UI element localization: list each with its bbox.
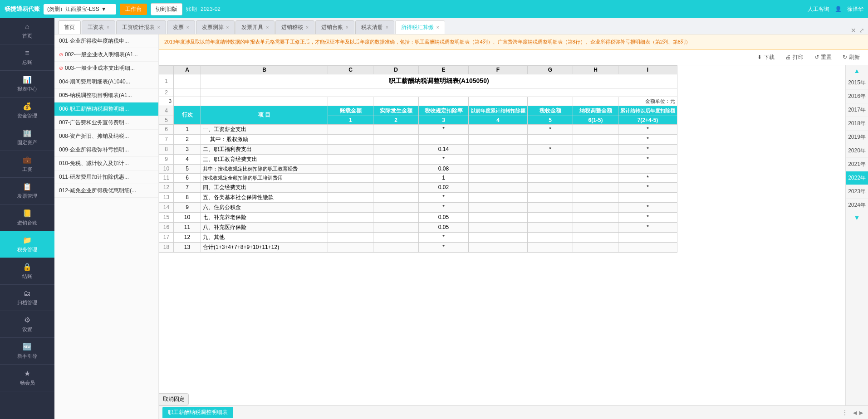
col-a-header: 行次 [174, 106, 201, 124]
tab-close-payroll-report[interactable]: × [157, 25, 160, 30]
table-title: 职工薪酬纳税调整明细表(A105050) [201, 74, 677, 88]
sheet-scroll-left-icon[interactable]: ◄ [852, 409, 858, 416]
sidebar-item-new-guide[interactable]: 🆕 新手引导 [0, 338, 54, 365]
tab-tax-clear[interactable]: 税表清册 × [355, 20, 394, 34]
sidebar-item-payroll[interactable]: 💼 工资 [0, 151, 54, 178]
tab-close-invoice-open[interactable]: × [266, 25, 269, 30]
tab-sales-ledger[interactable]: 进销台账 × [315, 20, 354, 34]
tab-close-invoice-calc[interactable]: × [226, 25, 229, 30]
empty-row-2: 2 [159, 88, 677, 97]
year-2015[interactable]: 2015年 [846, 76, 868, 90]
user-avatar: 👤 [835, 6, 842, 12]
col-header-rownum [159, 65, 174, 74]
year-2018[interactable]: 2018年 [846, 117, 868, 131]
warning-bar: 2019年度涉及取以前年度结转数据的申报表单元格需要手工修正后，才能保证本年及以… [159, 34, 868, 50]
year-2021[interactable]: 2021年 [846, 158, 868, 171]
table-row: 9 4 三、职工教育经费支出 * [159, 154, 677, 164]
tab-close-payroll[interactable]: × [107, 25, 109, 30]
print-button[interactable]: 🖨 打印 [783, 53, 806, 62]
spreadsheet-container[interactable]: A B C D E F G H I [159, 65, 868, 406]
tab-invoice[interactable]: 发票 × [167, 20, 195, 34]
reset-button[interactable]: ↺ 重置 [812, 53, 834, 62]
sidebar-item-general-ledger[interactable]: ≡ 总账 [0, 44, 54, 71]
tab-audit[interactable]: 进销稽核 × [275, 20, 314, 34]
col-header-G: G [528, 65, 573, 74]
tab-home[interactable]: 首页 [58, 20, 81, 34]
tab-close-sales-ledger[interactable]: × [346, 25, 348, 30]
company-selector[interactable]: (勿删）江西股宝-LSS ▼ [44, 4, 116, 15]
year-2016[interactable]: 2016年 [846, 90, 868, 103]
sidebar-item-sales-ledger[interactable]: 📒 进销台账 [0, 205, 54, 231]
form-item-007[interactable]: 007-广告费和业务宣传费明... [54, 116, 158, 130]
table-row: 17 12 九、其他 * [159, 232, 677, 242]
sidebar-item-member[interactable]: ★ 畅会员 [0, 365, 54, 391]
sheet-tab-main[interactable]: 职工薪酬纳税调整明细表 [162, 407, 233, 418]
warn-icon-002: ⊘ [59, 52, 63, 58]
tab-close-invoice[interactable]: × [186, 25, 189, 30]
form-item-002[interactable]: ⊘ 002-一般企业收入明细表(A1... [54, 48, 158, 62]
sidebar-item-label: 税务管理 [17, 246, 37, 253]
year-2020[interactable]: 2020年 [846, 144, 868, 158]
support-button[interactable]: 人工客询 [808, 5, 829, 13]
sidebar-item-closing[interactable]: 🔒 结账 [0, 258, 54, 285]
form-item-012[interactable]: 012-减免企业所得税优惠明细(... [54, 184, 158, 198]
cancel-fixed-button[interactable]: 取消固定 [159, 393, 189, 405]
year-2019[interactable]: 2019年 [846, 131, 868, 144]
refresh-button[interactable]: ↻ 刷新 [840, 53, 863, 62]
workspace-button[interactable]: 工作台 [120, 4, 147, 15]
period-value: 2023-02 [201, 6, 221, 12]
switch-version-button[interactable]: 切到旧版 [151, 3, 182, 15]
asset-icon: 🏢 [23, 129, 32, 137]
form-item-010[interactable]: 010-免税、减计收入及加计... [54, 157, 158, 171]
sidebar-item-archive[interactable]: 🗂 归档管理 [0, 285, 54, 311]
sheet-options-icon[interactable]: ⋮ [842, 409, 848, 416]
form-item-001[interactable]: 001-企业所得税年度纳税申... [54, 34, 158, 48]
year-2023[interactable]: 2023年 [846, 185, 868, 199]
sidebar-item-report[interactable]: 📊 报表中心 [0, 71, 54, 97]
tab-invoice-open[interactable]: 发票开具 × [235, 20, 275, 34]
year-nav-down[interactable]: ▼ [846, 212, 868, 223]
year-2024[interactable]: 2024年 [846, 199, 868, 212]
sidebar-item-label: 设置 [22, 326, 32, 333]
year-2017[interactable]: 2017年 [846, 103, 868, 117]
tab-invoice-calc[interactable]: 发票测算 × [196, 20, 235, 34]
table-row: 11 6 按税收规定全额扣除的职工培训费用 1 [159, 173, 677, 182]
sidebar-item-settings[interactable]: ⚙ 设置 [0, 311, 54, 338]
app-logo: 畅捷通易代账 [5, 5, 40, 13]
form-item-006[interactable]: 006-职工薪酬纳税调整明细... [54, 102, 158, 116]
username: 徐泽华 [847, 5, 863, 13]
col-header-C: C [328, 65, 373, 74]
tab-close-income-tax[interactable]: × [436, 25, 439, 30]
table-row: 14 9 六、住房公积金 * [159, 202, 677, 212]
period-label: 账期 [186, 5, 197, 13]
toolbar: ⬇ 下载 🖨 打印 ↺ 重置 [159, 50, 868, 65]
year-2022[interactable]: 2022年 [846, 171, 868, 185]
form-item-011[interactable]: 011-研发费用加计扣除优惠... [54, 171, 158, 184]
form-item-005[interactable]: 005-纳税调整项目明细表(A1... [54, 89, 158, 102]
tab-income-tax[interactable]: 所得税汇算缴 × [395, 20, 445, 34]
tab-close-all-icon[interactable]: ✕ [851, 27, 856, 34]
year-nav-up[interactable]: ▲ [846, 65, 868, 76]
tab-payroll[interactable]: 工资表 × [82, 20, 115, 34]
tab-expand-icon[interactable]: ⤢ [859, 27, 864, 34]
report-icon: 📊 [23, 75, 32, 84]
sub-layout: 001-企业所得税年度纳税申... ⊘ 002-一般企业收入明细表(A1... … [54, 34, 868, 419]
form-item-008[interactable]: 008-资产折旧、摊销及纳税... [54, 130, 158, 143]
form-item-004[interactable]: 004-期间费用明细表(A1040... [54, 75, 158, 89]
form-item-009[interactable]: 009-企业所得税弥补亏损明... [54, 143, 158, 157]
sidebar-item-tax[interactable]: 📁 税务管理 [0, 231, 54, 258]
tab-close-audit[interactable]: × [306, 25, 309, 30]
sidebar-item-fund[interactable]: 💰 资金管理 [0, 97, 54, 124]
sidebar-item-fixed-asset[interactable]: 🏢 固定资产 [0, 124, 54, 151]
table-row: 8 3 二、职工福利费支出 0.14 * [159, 144, 677, 154]
table-row: 13 8 五、各类基本社会保障性缴款 * [159, 192, 677, 202]
sidebar-item-invoice[interactable]: 📋 发票管理 [0, 178, 54, 205]
sidebar-item-home[interactable]: ⌂ 首页 [0, 18, 54, 44]
tab-payroll-report[interactable]: 工资统计报表 × [116, 20, 166, 34]
download-button[interactable]: ⬇ 下载 [755, 53, 777, 62]
form-item-003[interactable]: ⊘ 003-一般企业成本支出明细... [54, 62, 158, 75]
table-row: 12 7 四、工会经费支出 0.02 [159, 182, 677, 192]
col-h-header: 纳税调整全额 [573, 106, 618, 116]
tab-close-tax-clear[interactable]: × [386, 25, 388, 30]
sheet-scroll-right-icon[interactable]: ► [858, 409, 864, 416]
